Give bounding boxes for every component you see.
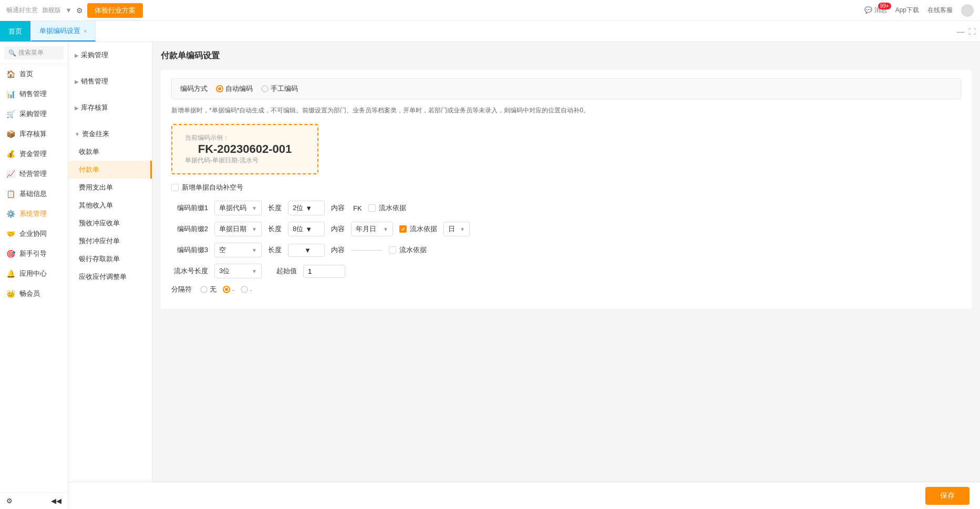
tab-document-code[interactable]: 单据编码设置 × (31, 21, 96, 41)
prefix2-length-value: 8位 (293, 224, 303, 234)
prefix2-length-label: 长度 (268, 224, 282, 234)
sep-dot2-circle (241, 286, 248, 293)
prefix1-select[interactable]: 单据代码 ▼ (214, 201, 262, 215)
stream2-unit-select[interactable]: 日 ▼ (443, 222, 470, 236)
operations-icon: 📈 (6, 170, 15, 178)
start-value-label: 起始值 (276, 266, 297, 276)
prefix3-length-select[interactable]: ▼ (288, 244, 325, 257)
page-title: 付款单编码设置 (161, 50, 972, 61)
finance-icon: 💰 (6, 150, 15, 158)
prefix2-value: 单据日期 (219, 224, 246, 234)
close-tab-icon[interactable]: × (84, 28, 87, 34)
radio-manual[interactable]: 手工编码 (261, 84, 298, 94)
sidebar-label-home: 首页 (19, 69, 33, 79)
message-icon[interactable]: 💬 消息 99+ (864, 6, 886, 15)
sep-dot[interactable]: · (223, 286, 234, 294)
group-inventory: ▶ 库存核算 (68, 95, 152, 121)
payment-label: 付款单 (79, 165, 99, 173)
sidebar-item-home[interactable]: 🏠 首页 (0, 64, 68, 84)
sidebar-item-enterprise[interactable]: 🤝 企业协同 (0, 224, 68, 244)
settings-card: 编码方式 自动编码 手工编码 新增单据时，*单据编码*自动生成，不可编辑。前缀设… (161, 70, 972, 309)
gear-icon[interactable]: ⚙ (76, 6, 83, 15)
save-button[interactable]: 保存 (925, 487, 969, 505)
sidebar2-item-prepay-offset[interactable]: 预收冲应收单 (68, 214, 152, 232)
member-icon: 👑 (6, 289, 15, 298)
experience-btn[interactable]: 体验行业方案 (87, 3, 143, 18)
prefix3-content-value (351, 250, 383, 251)
prefix3-select[interactable]: 空 ▼ (214, 243, 262, 257)
separator-label: 分隔符 (171, 285, 192, 294)
sidebar-item-finance[interactable]: 💰 资金管理 (0, 144, 68, 164)
collapse-icon[interactable]: ◀◀ (51, 497, 61, 505)
sidebar-label-system: 系统管理 (19, 209, 47, 219)
window-controls: — ⛶ (953, 27, 980, 36)
prefix2-label: 编码前缀2 (171, 224, 208, 234)
prefix1-arrow: ▼ (252, 205, 257, 211)
receipt-label: 收款单 (79, 148, 99, 155)
sidebar2-item-bank[interactable]: 银行存取款单 (68, 250, 152, 268)
sidebar-item-guide[interactable]: 🎯 新手引导 (0, 244, 68, 264)
auto-fill-checkbox[interactable] (171, 184, 179, 191)
prefix3-value: 空 (219, 245, 226, 255)
sidebar-item-system[interactable]: ⚙️ 系统管理 (0, 204, 68, 224)
apps-icon: 🔔 (6, 269, 15, 278)
prefix2-length-select[interactable]: 8位 ▼ (288, 222, 325, 236)
other-income-label: 其他收入单 (79, 201, 113, 209)
avatar[interactable] (961, 4, 974, 17)
sidebar-item-basic-info[interactable]: 📋 基础信息 (0, 184, 68, 204)
inventory-icon: 📦 (6, 130, 15, 138)
stream2-label: 流水依据 (410, 224, 437, 234)
separator-options: 无 · · (200, 285, 252, 294)
sidebar-label-apps: 应用中心 (19, 269, 47, 278)
app-download[interactable]: App下载 (895, 6, 919, 15)
sidebar2-item-expense[interactable]: 费用支出单 (68, 179, 152, 196)
tab-home[interactable]: 首页 (0, 21, 31, 41)
group-title-inventory[interactable]: ▶ 库存核算 (68, 99, 152, 117)
search-icon: 🔍 (8, 49, 16, 57)
sidebar-bottom: ⚙ ◀◀ (0, 492, 68, 509)
online-service[interactable]: 在线客服 (927, 6, 953, 15)
stream1-checkbox[interactable] (368, 204, 376, 212)
encode-method-row: 编码方式 自动编码 手工编码 (171, 78, 961, 99)
sidebar2-item-advance-offset[interactable]: 预付冲应付单 (68, 232, 152, 250)
stream3-checkbox[interactable] (389, 246, 396, 254)
radio-auto[interactable]: 自动编码 (216, 84, 253, 94)
sidebar2-item-receipt[interactable]: 收款单 (68, 143, 152, 161)
sidebar-item-purchase[interactable]: 🛒 采购管理 (0, 104, 68, 124)
group-title-sales[interactable]: ▶ 销售管理 (68, 72, 152, 90)
prefix1-value: 单据代码 (219, 203, 246, 213)
stream2-checkbox[interactable]: ✓ (399, 225, 407, 233)
prefix1-label: 编码前缀1 (171, 203, 208, 213)
sidebar-item-operations[interactable]: 📈 经营管理 (0, 164, 68, 184)
sep-dot2[interactable]: · (241, 286, 252, 294)
sidebar2-item-other-income[interactable]: 其他收入单 (68, 196, 152, 214)
group-title-fund[interactable]: ▼ 资金往来 (68, 125, 152, 143)
sidebar-item-sales[interactable]: 📊 销售管理 (0, 84, 68, 104)
layout: 🔍 搜索菜单 🏠 首页 📊 销售管理 🛒 采购管理 📦 库存核算 💰 资金管理 … (0, 42, 980, 509)
sidebar-search[interactable]: 🔍 搜索菜单 (0, 42, 68, 64)
sidebar-label-sales: 销售管理 (19, 89, 47, 99)
prefix2-content-select[interactable]: 年月日 ▼ (351, 222, 393, 236)
sep-dot2-label: · (250, 286, 252, 294)
sidebar-item-apps[interactable]: 🔔 应用中心 (0, 264, 68, 284)
prefix2-content-label: 内容 (331, 224, 345, 234)
start-value-input[interactable] (303, 265, 345, 278)
group-title-purchase[interactable]: ▶ 采购管理 (68, 46, 152, 64)
maximize-icon[interactable]: ⛶ (968, 27, 976, 36)
auto-encode-label: 自动编码 (225, 84, 253, 94)
sidebar2-item-adjustment[interactable]: 应收应付调整单 (68, 268, 152, 286)
sidebar-item-inventory[interactable]: 📦 库存核算 (0, 124, 68, 144)
sidebar-item-member[interactable]: 👑 畅会员 (0, 284, 68, 304)
search-input-wrap[interactable]: 🔍 搜索菜单 (4, 46, 64, 59)
minimize-icon[interactable]: — (957, 27, 964, 36)
prefix2-select[interactable]: 单据日期 ▼ (214, 222, 262, 236)
prefix1-length-arrow: ▼ (305, 204, 312, 212)
settings-bottom-icon[interactable]: ⚙ (6, 497, 13, 505)
prefix2-arrow: ▼ (252, 226, 257, 232)
sep-none[interactable]: 无 (200, 285, 216, 294)
sidebar2-item-payment[interactable]: 付款单 (68, 161, 152, 179)
nav-arrow[interactable]: ▼ (65, 6, 72, 14)
prefix1-length-select[interactable]: 2位 ▼ (288, 201, 325, 215)
serial-length-arrow: ▼ (252, 268, 257, 274)
serial-length-select[interactable]: 3位 ▼ (214, 264, 262, 278)
